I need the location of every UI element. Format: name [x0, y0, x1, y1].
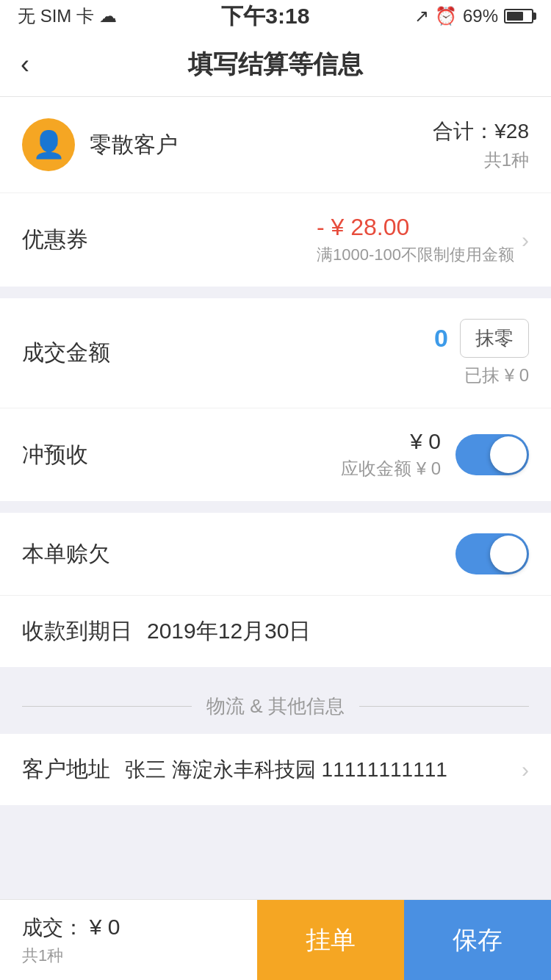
coupon-description: 满1000-100不限制使用金额: [317, 244, 514, 266]
deal-already-rounded: 已抹 ¥ 0: [464, 364, 529, 387]
deferred-card: 本单赊欠 收款到期日 2019年12月30日: [0, 513, 551, 667]
coupon-row[interactable]: 优惠券 - ¥ 28.00 满1000-100不限制使用金额 ›: [0, 192, 551, 287]
address-right: ›: [522, 757, 529, 782]
address-label: 客户地址: [22, 754, 110, 785]
bottom-deal-label: 成交：: [22, 916, 84, 939]
logistics-label: 物流 & 其他信息: [206, 693, 345, 719]
deferred-toggle-knob: [490, 536, 527, 572]
total-amount: 合计：¥28: [433, 118, 529, 145]
main-content: 👤 零散客户 合计：¥28 共1种 优惠券 - ¥ 28.00 满1000-10…: [0, 97, 551, 893]
divider-line-right: [359, 706, 529, 707]
due-date-label: 收款到期日: [22, 616, 132, 646]
deal-amount: 0: [434, 324, 448, 353]
precollect-toggle[interactable]: [455, 434, 529, 475]
logistics-divider: 物流 & 其他信息: [0, 679, 551, 734]
save-button[interactable]: 保存: [404, 900, 551, 980]
customer-row: 👤 零散客户 合计：¥28 共1种: [0, 97, 551, 192]
status-right: ↗ ⏰ 69%: [414, 6, 533, 26]
round-off-button[interactable]: 抹零: [460, 319, 529, 358]
status-bar: 无 SIM 卡 ☁ 下午3:18 ↗ ⏰ 69%: [0, 0, 551, 32]
coupon-right: - ¥ 28.00 满1000-100不限制使用金额 ›: [317, 214, 529, 266]
divider-line-left: [22, 706, 192, 707]
deferred-label: 本单赊欠: [22, 539, 110, 569]
precollect-amount: ¥ 0: [341, 429, 441, 454]
no-sim-label: 无 SIM 卡 ☁: [18, 4, 117, 28]
status-time: 下午3:18: [221, 1, 309, 32]
coupon-label: 优惠券: [22, 225, 88, 255]
customer-right: 合计：¥28 共1种: [433, 118, 529, 172]
bottom-bar: 成交： ¥ 0 共1种 挂单 保存: [0, 899, 551, 980]
bottom-info: 成交： ¥ 0 共1种: [0, 914, 257, 967]
deal-label: 成交金额: [22, 338, 110, 368]
bottom-deal-row: 成交： ¥ 0: [22, 914, 235, 942]
back-button[interactable]: ‹: [21, 49, 29, 80]
deal-row: 成交金额 0 抹零 已抹 ¥ 0: [0, 298, 551, 408]
status-left: 无 SIM 卡 ☁: [18, 4, 117, 28]
precollect-right: ¥ 0 应收金额 ¥ 0: [341, 429, 529, 480]
precollect-receivable: 应收金额 ¥ 0: [341, 457, 441, 480]
bottom-count: 共1种: [22, 945, 235, 967]
avatar: 👤: [22, 118, 75, 171]
precollect-label: 冲预收: [22, 440, 88, 470]
bottom-deal-amount: ¥ 0: [90, 915, 120, 939]
toggle-knob: [490, 436, 527, 473]
customer-name: 零散客户: [90, 130, 178, 160]
avatar-icon: 👤: [32, 129, 65, 160]
coupon-discount: - ¥ 28.00: [317, 214, 514, 241]
deferred-row: 本单赊欠: [0, 513, 551, 596]
hold-button[interactable]: 挂单: [257, 900, 404, 980]
precollect-row: 冲预收 ¥ 0 应收金额 ¥ 0: [0, 408, 551, 501]
address-row[interactable]: 客户地址 张三 海淀永丰科技园 11111111111 ›: [0, 734, 551, 805]
location-icon: ↗: [414, 6, 429, 26]
total-count: 共1种: [433, 148, 529, 172]
due-date-row: 收款到期日 2019年12月30日: [0, 596, 551, 667]
alarm-icon: ⏰: [435, 6, 457, 26]
battery-icon: [504, 9, 533, 24]
customer-coupon-card: 👤 零散客户 合计：¥28 共1种 优惠券 - ¥ 28.00 满1000-10…: [0, 97, 551, 287]
deal-card: 成交金额 0 抹零 已抹 ¥ 0 冲预收 ¥ 0 应收金额 ¥ 0: [0, 298, 551, 501]
due-date-value: 2019年12月30日: [147, 616, 311, 646]
address-value: 张三 海淀永丰科技园 11111111111: [125, 756, 522, 784]
battery-percent: 69%: [463, 6, 498, 26]
address-chevron-icon: ›: [522, 757, 529, 782]
customer-left: 👤 零散客户: [22, 118, 178, 171]
bottom-buttons: 挂单 保存: [257, 900, 551, 980]
page-title: 填写结算等信息: [188, 48, 363, 82]
deal-value-row: 0 抹零: [434, 319, 529, 358]
deferred-toggle[interactable]: [455, 533, 529, 574]
coupon-chevron-icon: ›: [522, 228, 529, 253]
precollect-amounts: ¥ 0 应收金额 ¥ 0: [341, 429, 441, 480]
nav-bar: ‹ 填写结算等信息: [0, 32, 551, 97]
